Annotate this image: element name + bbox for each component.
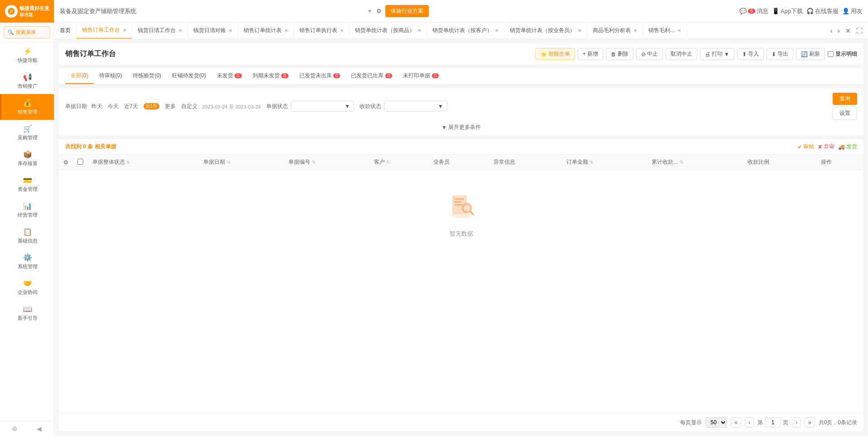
sidebar-item-guide[interactable]: 📖 新手引导 bbox=[0, 300, 54, 326]
sidebar-item-enterprise[interactable]: 🤝 企业协同 bbox=[0, 275, 54, 300]
status-select[interactable]: ▼ bbox=[291, 101, 354, 112]
message-button[interactable]: 💬 6 消息 bbox=[739, 7, 768, 15]
column-settings-icon[interactable]: ⚙ bbox=[63, 159, 68, 166]
user-avatar-button[interactable]: 👤 用友 bbox=[842, 7, 863, 15]
status-filter-item: 单据状态 ▼ bbox=[266, 101, 354, 112]
add-button[interactable]: + 新增 bbox=[578, 48, 603, 60]
prev-page-button[interactable]: ‹ bbox=[745, 417, 754, 427]
page-number-input[interactable] bbox=[765, 417, 781, 427]
review-action-button[interactable]: ✔ 审核 bbox=[797, 143, 814, 151]
cancel-stop-button[interactable]: 取消中止 bbox=[666, 48, 697, 60]
sort-icon: ⇅ bbox=[126, 160, 130, 165]
date-7days-button[interactable]: 近7天 bbox=[122, 102, 140, 111]
col-doc-date: 单据日期 ⇅ bbox=[199, 155, 284, 170]
sidebar-item-inventory[interactable]: 📦 库存核算 bbox=[0, 146, 54, 171]
header-actions: ⭐ 智能生单 + 新增 🗑 删除 ⊘ 中止 取消中止 🖨 打印 ▼ bbox=[535, 48, 857, 60]
table-scroll-container[interactable]: ⚙ 单据整体状态 ⇅ 单据日期 ⇅ bbox=[59, 155, 863, 413]
date-today-button[interactable]: 今天 bbox=[106, 102, 120, 111]
tab-close-icon[interactable]: ✕ bbox=[578, 28, 581, 33]
date-more-button[interactable]: 更多 bbox=[163, 102, 177, 111]
expand-filter-button[interactable]: ▼ 展开更多条件 bbox=[441, 123, 481, 131]
app-download-button[interactable]: 📱 App下载 bbox=[772, 7, 803, 15]
tab-fullscreen-button[interactable]: ⛶ bbox=[854, 26, 864, 35]
sidebar-item-sales[interactable]: 💰 销售管理 bbox=[0, 94, 54, 120]
print-button[interactable]: 🖨 打印 ▼ bbox=[700, 48, 734, 60]
online-service-button[interactable]: 🎧 在线客服 bbox=[806, 7, 839, 15]
sidebar-item-marketing[interactable]: 📢 营销推广 bbox=[0, 68, 54, 94]
tab-close-icon[interactable]: ✕ bbox=[123, 28, 126, 33]
tab-close-icon[interactable]: ✕ bbox=[633, 28, 637, 33]
ship-action-button[interactable]: 🚚 发货 bbox=[838, 143, 857, 151]
select-all-checkbox[interactable] bbox=[77, 159, 83, 165]
tab-close-icon[interactable]: ✕ bbox=[284, 28, 288, 33]
industry-solution-button[interactable]: 体验行业方案 bbox=[385, 5, 429, 17]
date-yesterday-button[interactable]: 昨天 bbox=[90, 102, 104, 111]
page-size-select[interactable]: 50 bbox=[705, 417, 727, 428]
sub-tab-shipped-not-warehouse[interactable]: 已发货未出库 0 bbox=[294, 68, 346, 84]
sub-tab-wangpu-ship[interactable]: 旺铺待发货(0) bbox=[167, 68, 211, 84]
collapse-sidebar-button[interactable]: ◀ bbox=[29, 425, 51, 432]
import-button[interactable]: ⬆ 导入 bbox=[737, 48, 764, 60]
tab-sales-more[interactable]: 销售毛利... ✕ bbox=[643, 23, 687, 39]
tab-close-icon[interactable]: ✕ bbox=[229, 28, 232, 33]
first-page-button[interactable]: « bbox=[731, 417, 741, 427]
tab-home[interactable]: 首页 bbox=[54, 23, 77, 39]
show-detail-checkbox[interactable] bbox=[828, 51, 834, 57]
cancel-review-action-button[interactable]: ✘ 弃审 bbox=[818, 143, 834, 151]
search-menu-button[interactable]: 🔍 搜索菜单 bbox=[4, 26, 50, 38]
last-page-button[interactable]: » bbox=[805, 417, 815, 427]
tab-sales-summary-product[interactable]: 销货单统计表（按商品） ✕ bbox=[350, 23, 427, 39]
tab-sales-summary-staff[interactable]: 销货单统计表（按业务员） ✕ bbox=[504, 23, 587, 39]
finance-icon: 💳 bbox=[23, 176, 32, 185]
sub-tab-not-printed[interactable]: 未打印单据 0 bbox=[398, 68, 444, 84]
tab-sales-exec[interactable]: 销售订单执行表 ✕ bbox=[294, 23, 350, 39]
tab-close-icon[interactable]: ✕ bbox=[417, 28, 421, 33]
settings-icon-button[interactable]: ⚙ bbox=[4, 425, 26, 432]
sidebar-item-operations[interactable]: 📊 经营管理 bbox=[0, 197, 54, 223]
tab-close-icon[interactable]: ✕ bbox=[495, 28, 499, 33]
tab-sales-summary-customer[interactable]: 销货单统计表（按客户） ✕ bbox=[427, 23, 504, 39]
tab-close-all-button[interactable]: ✕ bbox=[844, 26, 853, 35]
sidebar-item-basic[interactable]: 📋 基础信息 bbox=[0, 223, 54, 249]
sub-tab-pending-review[interactable]: 待审核(0) bbox=[94, 68, 128, 84]
tab-scroll-right-button[interactable]: › bbox=[836, 26, 842, 35]
refresh-button[interactable]: 🔄 刷新 bbox=[796, 48, 825, 60]
sub-tab-pending-check[interactable]: 待拣验货(0) bbox=[127, 68, 167, 84]
show-detail-checkbox-label[interactable]: 显示明细 bbox=[828, 50, 857, 58]
delete-button[interactable]: 🗑 删除 bbox=[606, 48, 633, 60]
tab-bar: 首页 销售订单工作台 ✕ 钱货日清工作台 ✕ 钱货日清对账 ✕ 销售订单统计表 … bbox=[54, 23, 868, 39]
page-area: 销售订单工作台 ⭐ 智能生单 + 新增 🗑 删除 ⊘ 中止 取消中止 🖨 bbox=[54, 39, 868, 436]
col-abnormal: 异常信息 bbox=[489, 155, 562, 170]
settings-button[interactable]: 设置 bbox=[833, 107, 857, 120]
sidebar-item-finance[interactable]: 💳 资金管理 bbox=[0, 171, 54, 197]
smart-create-button[interactable]: ⭐ 智能生单 bbox=[535, 48, 575, 60]
export-button[interactable]: ⬇ 导出 bbox=[767, 48, 793, 60]
sidebar-item-system[interactable]: ⚙️ 系统管理 bbox=[0, 249, 54, 275]
sub-tab-expired-not-shipped[interactable]: 到期未发货 0 bbox=[247, 68, 294, 84]
sub-tab-not-shipped[interactable]: 未发货 0 bbox=[211, 68, 247, 84]
operations-icon: 📊 bbox=[23, 202, 32, 210]
tab-sales-stats[interactable]: 销售订单统计表 ✕ bbox=[238, 23, 294, 39]
next-page-button[interactable]: › bbox=[792, 417, 801, 427]
tab-cash-reconcile[interactable]: 钱货日清对账 ✕ bbox=[188, 23, 238, 39]
tab-sales-workbench[interactable]: 销售订单工作台 ✕ bbox=[77, 23, 132, 39]
sub-tab-shipped-warehouse[interactable]: 已发货已出库 0 bbox=[345, 68, 398, 84]
stop-button[interactable]: ⊘ 中止 bbox=[636, 48, 663, 60]
payment-status-select[interactable]: ▼ bbox=[384, 101, 447, 112]
settings-gear-button[interactable]: ⚙ bbox=[376, 8, 382, 14]
sidebar-item-quick-nav[interactable]: ⚡ 快捷导航 bbox=[0, 43, 54, 68]
sidebar-item-purchase[interactable]: 🛒 采购管理 bbox=[0, 120, 54, 146]
tab-close-icon[interactable]: ✕ bbox=[178, 28, 182, 33]
date-filter-label: 单据日期 bbox=[65, 103, 87, 110]
date-1month-button[interactable]: 近1月 bbox=[142, 102, 162, 110]
sub-tab-all[interactable]: 全部(0) bbox=[65, 68, 94, 84]
tab-gross-profit[interactable]: 商品毛利分析表 ✕ bbox=[587, 23, 643, 39]
tab-close-icon[interactable]: ✕ bbox=[677, 28, 681, 33]
date-custom-button[interactable]: 自定义 bbox=[179, 102, 199, 111]
sidebar-bottom: ⚙ ◀ bbox=[0, 421, 54, 436]
tab-scroll-left-button[interactable]: ‹ bbox=[829, 26, 834, 35]
tab-cash-daily[interactable]: 钱货日清工作台 ✕ bbox=[132, 23, 188, 39]
page-header: 销售订单工作台 ⭐ 智能生单 + 新增 🗑 删除 ⊘ 中止 取消中止 🖨 bbox=[59, 43, 863, 65]
query-button[interactable]: 查询 bbox=[833, 93, 857, 105]
tab-close-icon[interactable]: ✕ bbox=[340, 28, 344, 33]
